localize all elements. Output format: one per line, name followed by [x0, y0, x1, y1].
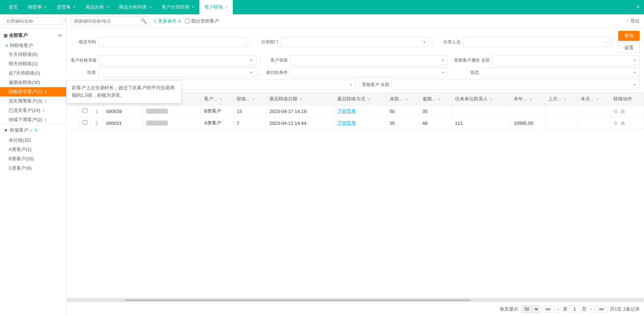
- page-input[interactable]: [569, 306, 580, 313]
- row1-view-icon[interactable]: ⊙: [613, 108, 618, 114]
- tab-customer-tier[interactable]: 客户分层经营 ×: [157, 0, 199, 14]
- filter-retail-attr-select[interactable]: ▼: [492, 55, 640, 65]
- row1-action-icons: ⊙ ⊞: [613, 108, 641, 114]
- filter-payment: 收付款条件 ▼: [263, 67, 448, 77]
- edit-pencil-icon[interactable]: ✎: [34, 128, 38, 133]
- grid-icon: ⊞: [4, 33, 8, 38]
- tree-pending-section[interactable]: ▼ 待联络客户: [0, 41, 66, 50]
- row1-checkbox[interactable]: [83, 108, 87, 113]
- page-nav: ⋘ ‹ 第 页 › ⋙: [542, 306, 607, 313]
- close-tab-tier[interactable]: ×: [192, 5, 194, 10]
- more-conditions-btn[interactable]: ▽ 更多条件 ∧: [153, 18, 181, 24]
- edit-group-icon[interactable]: ○: [30, 128, 33, 133]
- row2-more-icon[interactable]: ⊞: [621, 120, 625, 126]
- first-page-btn[interactable]: ⋘: [542, 306, 553, 313]
- sidebar: 🔍 ⊞ 全部客户 ≫ ▼ 待联络客户 今天待联络(0) 明天待联络(1) 近7天…: [0, 14, 66, 316]
- row2-method-link[interactable]: 下销货单: [337, 120, 356, 126]
- filter-phone-input[interactable]: [98, 37, 247, 47]
- info-icon-declining[interactable]: ℹ: [45, 118, 46, 122]
- settings-btn[interactable]: 设置: [618, 42, 640, 53]
- info-icon-churned[interactable]: ℹ: [43, 108, 44, 113]
- filter-payment-select[interactable]: ▼: [290, 67, 448, 77]
- close-all-tabs[interactable]: ×: [636, 4, 640, 10]
- close-tab-sales[interactable]: ×: [44, 5, 47, 10]
- sidebar-item-ungroup[interactable]: 未分组(32): [0, 136, 66, 145]
- row1-last-month: [545, 105, 578, 117]
- horizontal-scrollbar[interactable]: [66, 298, 644, 302]
- row1-action: ⊙ ⊞: [611, 105, 644, 117]
- sidebar-item-pending-7days[interactable]: 近7天待联络(0): [0, 69, 66, 78]
- per-page-select[interactable]: 50 20 100: [521, 305, 539, 313]
- search-input[interactable]: [74, 19, 139, 24]
- sort-lmonth-icon[interactable]: ⇅: [564, 97, 566, 101]
- sidebar-item-overdue[interactable]: 逾期未联络(30): [0, 78, 66, 87]
- sort-overdue-icon[interactable]: ⇅: [437, 97, 440, 101]
- sort-unit-icon[interactable]: ⇅: [490, 97, 492, 101]
- sort-nocontact-icon[interactable]: ⇅: [405, 97, 408, 101]
- row1-more-icon[interactable]: ⊞: [621, 108, 625, 114]
- info-icon-repurchase[interactable]: ℹ: [45, 90, 46, 94]
- table-scroll[interactable]: ⚙ 客户编码 ⇅ 客户名称: [66, 93, 644, 298]
- tab-product-analysis[interactable]: 商品分析 ×: [80, 0, 114, 14]
- export-btn[interactable]: ↑ 导出: [627, 18, 640, 24]
- sidebar-item-churned[interactable]: 已流失客户(24) ℹ: [0, 106, 66, 115]
- close-tab-contact[interactable]: ×: [225, 5, 228, 10]
- sidebar-item-pending-tomorrow[interactable]: 明天待联络(1): [0, 59, 66, 69]
- scrollbar-thumb[interactable]: [125, 299, 470, 301]
- sidebar-search-input[interactable]: [4, 17, 62, 25]
- filter-dept-label: 分管部门: [253, 39, 278, 45]
- sidebar-item-b-class[interactable]: B类客户(33): [0, 154, 66, 164]
- tab-purchase-order[interactable]: 进货单 ×: [52, 0, 80, 14]
- row1-settings: [66, 105, 79, 117]
- my-customer-checkbox[interactable]: [185, 19, 190, 23]
- filter-retail-select[interactable]: ▼: [392, 80, 640, 90]
- my-customer-checkbox-wrap[interactable]: 我分管的客户: [185, 18, 219, 24]
- row2-this-month: [578, 117, 611, 129]
- sort-date-icon[interactable]: ⇅: [300, 97, 302, 101]
- row1-code: 000039: [103, 105, 143, 117]
- sort-method-icon[interactable]: ⇅: [367, 97, 370, 101]
- tab-home[interactable]: 首页: [4, 0, 23, 14]
- row2-checkbox[interactable]: [83, 120, 87, 125]
- sidebar-item-declining[interactable]: 持续下滑客户(2) ℹ: [0, 115, 66, 124]
- sidebar-item-churn-warning[interactable]: 流失预警客户(3) ℹ: [0, 96, 66, 106]
- sort-tmonth-icon[interactable]: ⇅: [596, 97, 599, 101]
- th-this-year: 本年... ⇅: [511, 93, 545, 105]
- collapse-sidebar-btn[interactable]: ≫: [58, 33, 62, 38]
- filter-level-select[interactable]: ▼: [290, 55, 448, 65]
- scrollbar-track: [67, 299, 643, 301]
- sort-contact-icon[interactable]: ⇅: [252, 97, 255, 101]
- close-tab-purchase[interactable]: ×: [73, 5, 75, 10]
- row1-method-link[interactable]: 下销货单: [337, 108, 356, 114]
- tab-product-analysis-list[interactable]: 商品分析列表 ×: [114, 0, 157, 14]
- filter-nature-select[interactable]: ▼: [98, 67, 256, 77]
- row2-last-date: 2023-04-12 14:44:: [267, 117, 334, 129]
- manager-dots[interactable]: ···: [604, 39, 608, 45]
- query-btn[interactable]: 查询: [618, 31, 640, 41]
- prev-page-btn[interactable]: ‹: [555, 306, 561, 313]
- last-page-btn[interactable]: ⋙: [596, 306, 607, 313]
- th-no-contact: 未联... ⇅: [386, 93, 419, 105]
- tree-all-customers[interactable]: ⊞ 全部客户 ≫: [0, 30, 66, 41]
- close-tab-analysis[interactable]: ×: [106, 5, 109, 10]
- search-bar-icon[interactable]: 🔍: [141, 18, 147, 24]
- tab-customer-contact[interactable]: 客户联络 ×: [199, 0, 233, 14]
- info-icon-churn-warning[interactable]: ℹ: [45, 99, 46, 103]
- sort-year-icon[interactable]: ⇅: [529, 97, 532, 101]
- filter-status-select[interactable]: ▼: [481, 67, 640, 77]
- sidebar-item-c-class[interactable]: C类客户(6): [0, 164, 66, 173]
- sidebar-item-pending-today[interactable]: 今天待联络(0): [0, 50, 66, 59]
- filter-price-level: 客户价格等级 ▼: [71, 55, 256, 65]
- filter-manager-select[interactable]: ···: [463, 37, 612, 47]
- filter-dept-select[interactable]: ▼: [281, 37, 430, 47]
- sidebar-item-repurchase-anomaly[interactable]: 回购异常客户(2) ℹ: [0, 87, 66, 96]
- row2-view-icon[interactable]: ⊙: [613, 120, 618, 126]
- filter-price-select[interactable]: ▼: [99, 55, 256, 65]
- filter-retail-attr: 零散客户属性 全部 ▼: [454, 55, 640, 65]
- sidebar-item-a-class[interactable]: A类客户(1): [0, 145, 66, 154]
- close-tab-analysis-list[interactable]: ×: [149, 5, 152, 10]
- next-page-btn[interactable]: ›: [588, 306, 594, 313]
- th-overdue: 逾期... ⇅: [419, 93, 452, 105]
- sort-cat-icon[interactable]: ⇅: [219, 97, 222, 101]
- tab-sales-order[interactable]: 销货单 ×: [23, 0, 52, 14]
